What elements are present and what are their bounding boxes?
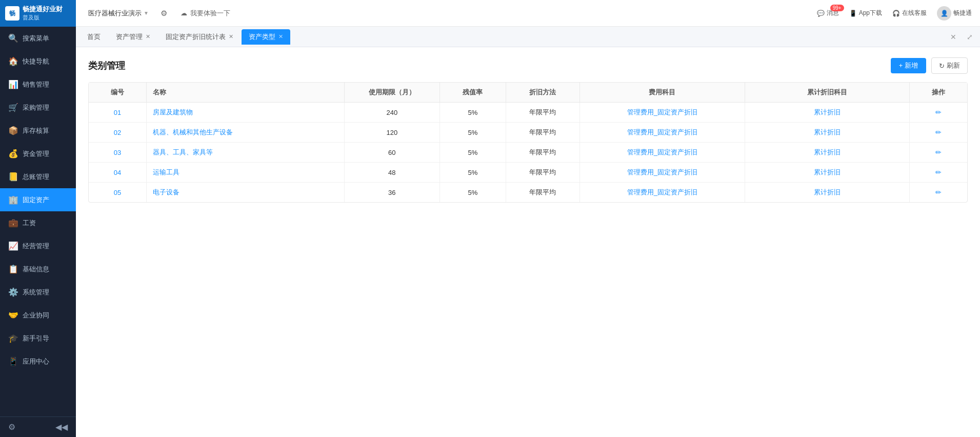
experience-button[interactable]: ☁ 我要体验一下 — [175, 7, 235, 20]
content-actions: + 新增 ↻ 刷新 — [891, 57, 968, 74]
tab-home[interactable]: 首页 — [80, 29, 108, 45]
tab-close-asset-mgmt[interactable]: ✕ — [146, 33, 150, 40]
settings-icon[interactable]: ⚙ — [8, 422, 15, 432]
table-row: 01 房屋及建筑物 240 5% 年限平均 管理费用_固定资产折旧 累计折旧 ✏ — [89, 103, 967, 123]
refresh-icon: ↻ — [939, 62, 945, 70]
tab-bar: 首页 资产管理 ✕ 固定资产折旧统计表 ✕ 资产类型 ✕ ✕ ⤢ — [76, 27, 980, 47]
cell-accumulated[interactable]: 累计折旧 — [745, 183, 909, 203]
funds-icon: 💰 — [8, 149, 17, 158]
cell-method: 年限平均 — [506, 103, 580, 123]
sidebar-item-label: 工资 — [23, 218, 36, 228]
new-button[interactable]: + 新增 — [891, 58, 926, 73]
cell-expense[interactable]: 管理费用_固定资产折旧 — [580, 103, 745, 123]
sidebar-item-label: 销售管理 — [23, 80, 49, 89]
username: 畅捷通 — [953, 9, 972, 17]
guide-icon: 🎓 — [8, 333, 17, 343]
cell-accumulated[interactable]: 累计折旧 — [745, 123, 909, 143]
window-maximize-button[interactable]: ⤢ — [964, 31, 976, 43]
topbar: 医疗器械行业演示 ▼ ⚙ ☁ 我要体验一下 💬 消息 99+ 📱 App下载 🎧… — [76, 0, 980, 27]
sidebar-item-payroll[interactable]: 💼工资 — [0, 211, 76, 234]
sidebar: 畅 畅捷通好业财 普及版 🔍搜索菜单🏠快捷导航📊销售管理🛒采购管理📦库存核算💰资… — [0, 0, 76, 437]
cell-accumulated[interactable]: 累计折旧 — [745, 143, 909, 163]
sidebar-item-guide[interactable]: 🎓新手引导 — [0, 327, 76, 350]
online-support-button[interactable]: 🎧 在线客服 — [892, 9, 927, 17]
cell-action: ✏ — [909, 103, 967, 123]
cell-expense[interactable]: 管理费用_固定资产折旧 — [580, 143, 745, 163]
sidebar-item-label: 采购管理 — [23, 103, 49, 112]
message-button[interactable]: 💬 消息 99+ — [817, 9, 839, 17]
edit-icon[interactable]: ✏ — [935, 148, 942, 156]
ledger-icon: 📒 — [8, 172, 17, 182]
company-selector[interactable]: 医疗器械行业演示 ▼ — [84, 7, 153, 20]
sidebar-item-operations[interactable]: 📈经营管理 — [0, 234, 76, 257]
cell-name: 房屋及建筑物 — [146, 103, 344, 123]
tab-depreciation-table[interactable]: 固定资产折旧统计表 ✕ — [158, 29, 241, 45]
cell-id: 01 — [89, 103, 146, 123]
tab-asset-type[interactable]: 资产类型 ✕ — [242, 29, 290, 45]
app-center-icon: 📱 — [8, 356, 17, 366]
cell-action: ✏ — [909, 163, 967, 183]
tab-close-asset-type[interactable]: ✕ — [278, 33, 283, 40]
cell-expense[interactable]: 管理费用_固定资产折旧 — [580, 183, 745, 203]
cell-accumulated[interactable]: 累计折旧 — [745, 163, 909, 183]
sidebar-item-label: 经营管理 — [23, 242, 49, 251]
inventory-icon: 📦 — [8, 126, 17, 135]
sidebar-item-system[interactable]: ⚙️系统管理 — [0, 281, 76, 304]
tab-asset-mgmt[interactable]: 资产管理 ✕ — [109, 29, 157, 45]
cell-months: 36 — [344, 183, 439, 203]
window-close-button[interactable]: ✕ — [947, 31, 959, 43]
refresh-button[interactable]: ↻ 刷新 — [931, 57, 968, 74]
sidebar-item-funds[interactable]: 💰资金管理 — [0, 142, 76, 165]
sidebar-footer: ⚙ ◀◀ — [0, 416, 76, 437]
sidebar-item-app-center[interactable]: 📱应用中心 — [0, 350, 76, 373]
edit-icon[interactable]: ✏ — [935, 128, 942, 136]
collapse-icon[interactable]: ◀◀ — [55, 422, 68, 432]
sidebar-item-search[interactable]: 🔍搜索菜单 — [0, 27, 76, 50]
basic-info-icon: 📋 — [8, 264, 17, 274]
cell-name: 器具、工具、家具等 — [146, 143, 344, 163]
cell-months: 60 — [344, 143, 439, 163]
app-download-button[interactable]: 📱 App下载 — [849, 9, 882, 17]
sidebar-item-label: 快捷导航 — [23, 57, 49, 66]
sidebar-item-basic-info[interactable]: 📋基础信息 — [0, 257, 76, 281]
col-action: 操作 — [909, 83, 967, 103]
sidebar-item-fixed-assets[interactable]: 🏢固定资产 — [0, 188, 76, 211]
content-header: 类别管理 + 新增 ↻ 刷新 — [88, 57, 968, 74]
sidebar-item-quick-nav[interactable]: 🏠快捷导航 — [0, 50, 76, 73]
table-header: 编号 名称 使用期限（月） 残值率 折旧方法 费用科目 累计折旧科目 操作 — [89, 83, 967, 103]
app-edition: 普及版 — [23, 14, 63, 21]
col-months: 使用期限（月） — [344, 83, 439, 103]
system-icon: ⚙️ — [8, 287, 17, 297]
edit-icon[interactable]: ✏ — [935, 168, 942, 176]
table-row: 02 机器、机械和其他生产设备 120 5% 年限平均 管理费用_固定资产折旧 … — [89, 123, 967, 143]
cell-expense[interactable]: 管理费用_固定资产折旧 — [580, 123, 745, 143]
cell-method: 年限平均 — [506, 163, 580, 183]
search-icon: 🔍 — [8, 33, 17, 43]
cell-months: 240 — [344, 103, 439, 123]
sidebar-item-label: 搜索菜单 — [23, 34, 49, 43]
sidebar-item-enterprise[interactable]: 🤝企业协同 — [0, 304, 76, 327]
cell-accumulated[interactable]: 累计折旧 — [745, 103, 909, 123]
tab-close-depreciation[interactable]: ✕ — [229, 33, 233, 40]
operations-icon: 📈 — [8, 241, 17, 251]
sidebar-item-label: 基础信息 — [23, 265, 49, 274]
sidebar-item-ledger[interactable]: 📒总账管理 — [0, 165, 76, 188]
cell-months: 120 — [344, 123, 439, 143]
sidebar-item-label: 固定资产 — [23, 195, 49, 205]
company-settings-icon[interactable]: ⚙ — [157, 6, 171, 21]
sidebar-item-sales[interactable]: 📊销售管理 — [0, 73, 76, 96]
user-profile[interactable]: 👤 畅捷通 — [937, 6, 972, 21]
enterprise-icon: 🤝 — [8, 310, 17, 320]
content-area: 类别管理 + 新增 ↻ 刷新 编号 名称 使用期限（月） 残值率 折旧方法 — [76, 47, 980, 437]
cell-expense[interactable]: 管理费用_固定资产折旧 — [580, 163, 745, 183]
cloud-icon: ☁ — [181, 9, 187, 17]
edit-icon[interactable]: ✏ — [935, 188, 942, 196]
fixed-assets-icon: 🏢 — [8, 195, 17, 205]
message-icon: 💬 — [817, 10, 825, 17]
sidebar-item-label: 库存核算 — [23, 126, 49, 135]
sidebar-item-purchase[interactable]: 🛒采购管理 — [0, 96, 76, 119]
window-controls: ✕ ⤢ — [947, 31, 976, 43]
edit-icon[interactable]: ✏ — [935, 108, 942, 116]
sidebar-item-inventory[interactable]: 📦库存核算 — [0, 119, 76, 142]
avatar: 👤 — [937, 6, 951, 21]
